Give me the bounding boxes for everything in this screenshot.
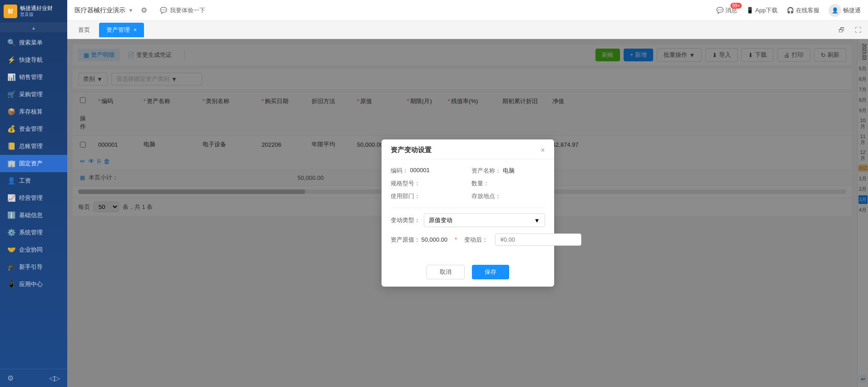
- after-label: 变动后：: [464, 236, 491, 244]
- sidebar-item-payroll[interactable]: 👤 工资: [0, 172, 67, 189]
- spec-info: 规格型号：: [391, 179, 464, 188]
- sidebar-item-label: 销售管理: [19, 73, 43, 81]
- guide-icon: 🎓: [7, 263, 15, 271]
- service-icon: 🎧: [787, 7, 794, 14]
- sidebar-item-label: 搜索菜单: [19, 39, 43, 47]
- search-icon: 🔍: [7, 39, 15, 47]
- sidebar-item-guide[interactable]: 🎓 新手引导: [0, 258, 67, 276]
- sales-icon: 📊: [7, 73, 15, 81]
- change-type-select[interactable]: 原值变动 ▼: [424, 213, 545, 227]
- sidebar-item-sales[interactable]: 📊 销售管理: [0, 69, 67, 86]
- sidebar-item-search[interactable]: 🔍 搜索菜单: [0, 34, 67, 51]
- modal-close-button[interactable]: ×: [541, 146, 545, 154]
- sidebar-item-label: 应用中心: [19, 280, 43, 288]
- dept-label: 使用部门：: [391, 192, 420, 200]
- location-info: 存放地点：: [471, 192, 545, 200]
- modal-overlay: 资产变动设置 × 编码： 000001 资产名称： 电脑: [67, 39, 868, 387]
- tab-asset-management[interactable]: 资产管理 ×: [99, 23, 144, 37]
- quantity-info: 数量：: [471, 179, 545, 188]
- header-actions: 💬 消息 99+ 📱 App下载 🎧 在线客服 👤 畅捷通: [716, 4, 861, 17]
- tab-expand-button[interactable]: ⛶: [852, 24, 864, 36]
- app-name: 畅捷通好业财: [20, 5, 53, 11]
- sidebar-item-general-ledger[interactable]: 📒 总账管理: [0, 138, 67, 155]
- payroll-icon: 👤: [7, 177, 15, 185]
- required-star: *: [455, 236, 457, 243]
- tab-controls: 🗗 ⛶: [835, 24, 864, 36]
- main-area: 医疗器械行业演示 ▼ ⚙ 💬 我要体验一下 💬 消息 99+ 📱 App下载 🎧…: [67, 0, 868, 387]
- sidebar-item-purchase[interactable]: 🛒 采购管理: [0, 86, 67, 103]
- sidebar-item-operations[interactable]: 📈 经营管理: [0, 189, 67, 207]
- asset-info-grid: 编码： 000001 资产名称： 电脑 规格型号： 数量：: [391, 167, 545, 200]
- sidebar-item-label: 系统管理: [19, 228, 43, 237]
- after-value-input[interactable]: [495, 233, 581, 246]
- messages-button[interactable]: 💬 消息 99+: [716, 6, 737, 15]
- chevron-down-icon: ▼: [534, 217, 540, 224]
- feedback-icon: 💬: [160, 7, 167, 14]
- sidebar-item-label: 资金管理: [19, 125, 43, 133]
- tab-home[interactable]: 首页: [71, 23, 97, 37]
- tab-minimize-button[interactable]: 🗗: [835, 24, 848, 36]
- sidebar-logo: 财 畅捷通好业财 普及版: [0, 0, 67, 23]
- message-icon: 💬: [716, 7, 724, 14]
- asset-change-modal: 资产变动设置 × 编码： 000001 资产名称： 电脑: [382, 139, 554, 287]
- quicknav-icon: ⚡: [7, 56, 15, 64]
- sidebar-item-label: 经营管理: [19, 194, 43, 202]
- asset-name-info: 资产名称： 电脑: [471, 167, 545, 175]
- inventory-icon: 📦: [7, 108, 15, 116]
- fund-icon: 💰: [7, 125, 15, 133]
- sidebar-item-enterprise[interactable]: 🤝 企业协同: [0, 241, 67, 258]
- sidebar-item-app-center[interactable]: 📱 应用中心: [0, 276, 67, 293]
- logo-icon: 财: [4, 5, 17, 18]
- sidebar-item-basic-info[interactable]: ℹ️ 基础信息: [0, 207, 67, 224]
- sidebar-item-label: 企业协同: [19, 246, 43, 254]
- sidebar-item-label: 库存核算: [19, 108, 43, 116]
- change-type-label: 变动类型：: [391, 216, 420, 224]
- original-value-label: 资产原值：: [391, 236, 418, 244]
- sidebar-item-fixed-assets[interactable]: 🏢 固定资产: [0, 155, 67, 172]
- feedback-button[interactable]: 💬 我要体验一下: [160, 6, 205, 15]
- messages-badge: 99+: [730, 3, 742, 9]
- modal-header: 资产变动设置 ×: [382, 139, 554, 159]
- code-info: 编码： 000001: [391, 167, 464, 175]
- enterprise-icon: 🤝: [7, 246, 15, 254]
- sidebar-item-label: 采购管理: [19, 90, 43, 99]
- system-icon: ⚙️: [7, 228, 15, 237]
- ledger-icon: 📒: [7, 142, 15, 150]
- content-area: ▦ 资产明细 📄 变更生成凭证 刷账 + 新增 批量操作 ▼: [67, 39, 868, 387]
- change-type-row: 变动类型： 原值变动 ▼: [391, 213, 545, 227]
- download-button[interactable]: 📱 App下载: [746, 6, 778, 15]
- download-icon: 📱: [746, 7, 754, 14]
- company-name: 医疗器械行业演示: [74, 6, 125, 15]
- asset-tab-label: 资产管理: [106, 26, 130, 34]
- sidebar-item-quicknav[interactable]: ⚡ 快捷导航: [0, 51, 67, 69]
- service-button[interactable]: 🎧 在线客服: [787, 6, 819, 15]
- code-label: 编码：: [391, 167, 408, 175]
- sidebar-item-fund[interactable]: 💰 资金管理: [0, 120, 67, 138]
- top-header: 医疗器械行业演示 ▼ ⚙ 💬 我要体验一下 💬 消息 99+ 📱 App下载 🎧…: [67, 0, 868, 21]
- modal-divider: [391, 208, 545, 208]
- company-selector[interactable]: 医疗器械行业演示 ▼: [74, 6, 134, 15]
- sidebar-item-inventory[interactable]: 📦 库存核算: [0, 103, 67, 120]
- user-avatar: 👤: [828, 4, 841, 17]
- user-menu[interactable]: 👤 畅捷通: [828, 4, 861, 17]
- basic-icon: ℹ️: [7, 211, 15, 219]
- feedback-label: 我要体验一下: [170, 6, 205, 15]
- collapse-icon[interactable]: ◁▷: [49, 374, 60, 382]
- cancel-button[interactable]: 取消: [427, 265, 465, 279]
- chevron-down-icon: ▼: [128, 7, 134, 14]
- sidebar-scroll-up[interactable]: ▲: [0, 23, 67, 32]
- sidebar-item-label: 总账管理: [19, 142, 43, 150]
- original-value-display: 50,000.00: [422, 236, 448, 243]
- modal-footer: 取消 保存: [382, 259, 554, 287]
- modal-title: 资产变动设置: [391, 146, 432, 154]
- asset-name-label: 资产名称：: [471, 167, 501, 175]
- user-name: 畅捷通: [843, 6, 861, 15]
- sidebar-item-system[interactable]: ⚙️ 系统管理: [0, 224, 67, 241]
- settings-icon[interactable]: ⚙: [141, 6, 147, 15]
- app-edition: 普及版: [20, 11, 53, 18]
- spec-label: 规格型号：: [391, 179, 420, 188]
- app-center-icon: 📱: [7, 280, 15, 288]
- settings-icon[interactable]: ⚙: [7, 374, 14, 382]
- save-button[interactable]: 保存: [472, 265, 509, 279]
- tab-close-icon[interactable]: ×: [134, 27, 137, 33]
